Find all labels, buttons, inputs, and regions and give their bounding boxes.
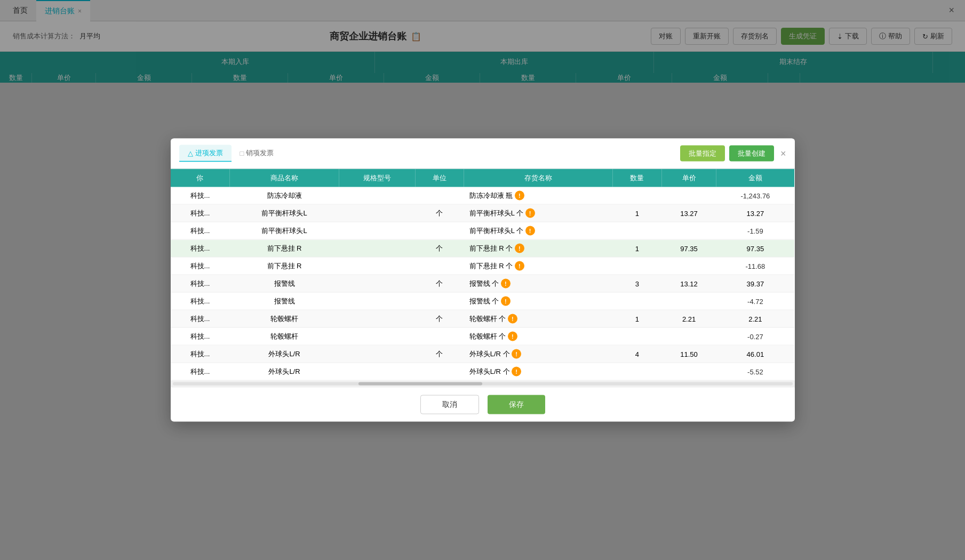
amount-cell: -1.59: [716, 222, 794, 239]
amount-cell: 13.27: [716, 204, 794, 222]
inventory-cell: 外球头L/R 个 !: [464, 363, 613, 380]
scroll-track[interactable]: [173, 382, 793, 386]
quantity-cell: 3: [613, 275, 662, 292]
unit-cell: 个: [415, 204, 464, 222]
tab-sales-invoice[interactable]: □ 销项发票: [232, 145, 283, 162]
inventory-cell: 前平衡杆球头L 个 !: [464, 222, 613, 239]
product-cell: 前下悬挂 R: [229, 257, 339, 275]
product-cell: 前平衡杆球头L: [229, 222, 339, 239]
spec-cell: [339, 275, 415, 292]
purchase-invoice-label: 进项发票: [195, 148, 223, 158]
amount-cell: 97.35: [716, 239, 794, 257]
product-cell: 报警线: [229, 292, 339, 310]
company-cell: 科技...: [171, 222, 230, 239]
warning-icon: !: [501, 297, 511, 306]
unitprice-cell: [661, 292, 716, 310]
inventory-cell: 报警线 个 !: [464, 275, 613, 292]
quantity-cell: [613, 187, 662, 205]
warning-icon: !: [515, 244, 524, 253]
unit-cell: [415, 363, 464, 380]
product-cell: 外球头L/R: [229, 345, 339, 363]
batch-create-button[interactable]: 批量创建: [729, 146, 774, 162]
product-cell: 前下悬挂 R: [229, 239, 339, 257]
spec-cell: [339, 239, 415, 257]
unitprice-cell: 13.27: [661, 204, 716, 222]
quantity-cell: [613, 363, 662, 380]
cancel-button[interactable]: 取消: [420, 395, 479, 414]
table-row: 科技...报警线个报警线 个 !313.1239.37: [171, 275, 795, 292]
spec-cell: [339, 257, 415, 275]
table-row: 科技...外球头L/R个外球头L/R 个 !411.5046.01: [171, 345, 795, 363]
unit-cell: 个: [415, 275, 464, 292]
unitprice-cell: 97.35: [661, 239, 716, 257]
inventory-cell: 外球头L/R 个 !: [464, 345, 613, 363]
th-amount: 金额: [716, 169, 794, 187]
table-row: 科技...轮毂螺杆个轮毂螺杆 个 !12.212.21: [171, 310, 795, 327]
dialog-close-button[interactable]: ×: [780, 148, 786, 159]
quantity-cell: 1: [613, 204, 662, 222]
table-row: 科技...前平衡杆球头L个前平衡杆球头L 个 !113.2713.27: [171, 204, 795, 222]
th-unit-price: 单价: [661, 169, 716, 187]
th-company: 你: [171, 169, 230, 187]
spec-cell: [339, 310, 415, 327]
unitprice-cell: 13.12: [661, 275, 716, 292]
table-row: 科技...前平衡杆球头L前平衡杆球头L 个 !-1.59: [171, 222, 795, 239]
company-cell: 科技...: [171, 239, 230, 257]
company-cell: 科技...: [171, 345, 230, 363]
th-quantity: 数量: [613, 169, 662, 187]
company-cell: 科技...: [171, 204, 230, 222]
unit-cell: [415, 257, 464, 275]
dialog-header: △ 进项发票 □ 销项发票 批量指定 批量创建 ×: [171, 139, 795, 169]
warning-icon: !: [525, 226, 535, 236]
save-button[interactable]: 保存: [488, 395, 545, 414]
spec-cell: [339, 222, 415, 239]
amount-cell: 39.37: [716, 275, 794, 292]
amount-cell: 46.01: [716, 345, 794, 363]
quantity-cell: [613, 257, 662, 275]
unitprice-cell: 11.50: [661, 345, 716, 363]
unitprice-cell: [661, 257, 716, 275]
table-row: 科技...报警线报警线 个 !-4.72: [171, 292, 795, 310]
purchase-invoice-icon: △: [188, 149, 193, 157]
th-unit: 单位: [415, 169, 464, 187]
company-cell: 科技...: [171, 275, 230, 292]
dialog-table-container[interactable]: 你 商品名称 规格型号 单位 存货名称 数量 单价 金额 科技...防冻冷却液防…: [171, 169, 795, 381]
company-cell: 科技...: [171, 257, 230, 275]
quantity-cell: 1: [613, 239, 662, 257]
inventory-cell: 报警线 个 !: [464, 292, 613, 310]
product-cell: 轮毂螺杆: [229, 327, 339, 345]
quantity-cell: [613, 292, 662, 310]
dialog-header-actions: 批量指定 批量创建: [680, 146, 774, 162]
unit-cell: 个: [415, 345, 464, 363]
unit-cell: 个: [415, 310, 464, 327]
tab-purchase-invoice[interactable]: △ 进项发票: [179, 145, 232, 162]
unitprice-cell: [661, 327, 716, 345]
product-cell: 外球头L/R: [229, 363, 339, 380]
amount-cell: -0.27: [716, 327, 794, 345]
spec-cell: [339, 204, 415, 222]
horizontal-scrollbar[interactable]: [171, 381, 795, 387]
quantity-cell: 4: [613, 345, 662, 363]
company-cell: 科技...: [171, 187, 230, 205]
product-cell: 报警线: [229, 275, 339, 292]
unit-cell: [415, 222, 464, 239]
invoice-dialog: △ 进项发票 □ 销项发票 批量指定 批量创建 × 你 商品名称: [171, 139, 795, 422]
table-row: 科技...轮毂螺杆轮毂螺杆 个 !-0.27: [171, 327, 795, 345]
sales-invoice-label: 销项发票: [246, 148, 274, 158]
scroll-thumb[interactable]: [358, 382, 482, 386]
quantity-cell: [613, 222, 662, 239]
spec-cell: [339, 187, 415, 205]
company-cell: 科技...: [171, 363, 230, 380]
unitprice-cell: [661, 222, 716, 239]
unitprice-cell: [661, 363, 716, 380]
spec-cell: [339, 363, 415, 380]
unit-cell: [415, 292, 464, 310]
unitprice-cell: [661, 187, 716, 205]
main-area: 销售成本计算方法： 月平均 商贸企业进销台账 📋 对账 重新开账 存货别名 生成…: [0, 21, 965, 83]
warning-icon: !: [525, 209, 535, 218]
dialog-footer: 取消 保存: [171, 387, 795, 422]
batch-assign-button[interactable]: 批量指定: [680, 146, 725, 162]
sales-invoice-icon: □: [240, 149, 244, 157]
table-row: 科技...外球头L/R外球头L/R 个 !-5.52: [171, 363, 795, 380]
warning-icon: !: [512, 349, 521, 359]
